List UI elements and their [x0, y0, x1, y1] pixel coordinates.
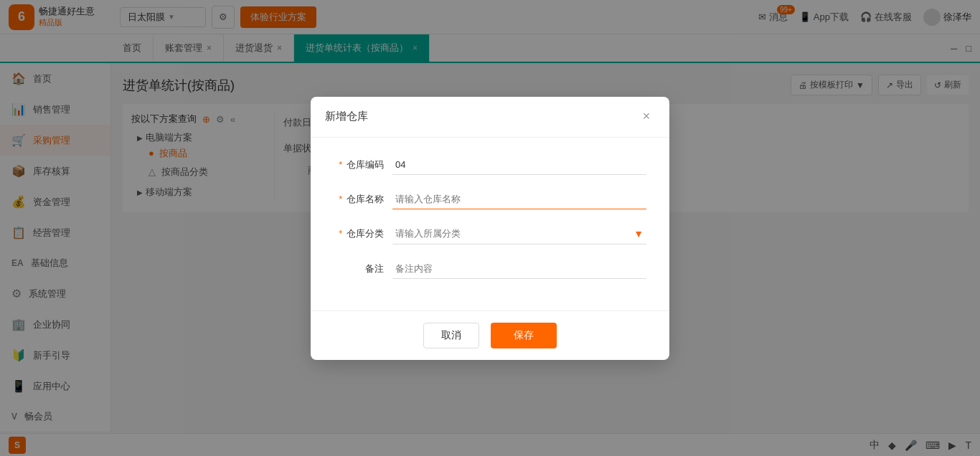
- form-row-code: * 仓库编码: [334, 155, 646, 175]
- remark-input[interactable]: [392, 259, 646, 279]
- warehouse-name-input[interactable]: [392, 189, 646, 209]
- remark-label: 备注: [334, 262, 384, 275]
- modal-body: * 仓库编码 * 仓库名称 * 仓库分类: [311, 138, 669, 310]
- code-label: * 仓库编码: [334, 158, 384, 171]
- cancel-button[interactable]: 取消: [423, 323, 479, 348]
- category-label: * 仓库分类: [334, 227, 384, 240]
- form-row-remark: 备注: [334, 259, 646, 279]
- modal-overlay[interactable]: 新增仓库 × * 仓库编码 * 仓库名称: [0, 0, 980, 456]
- category-select-wrap[interactable]: ▼: [392, 224, 646, 244]
- modal-title: 新增仓库: [325, 110, 368, 123]
- category-dropdown-arrow: ▼: [633, 228, 644, 239]
- required-star-name: *: [339, 194, 342, 204]
- modal-header: 新增仓库 ×: [311, 97, 669, 138]
- form-row-category: * 仓库分类 ▼: [334, 224, 646, 244]
- new-warehouse-modal: 新增仓库 × * 仓库编码 * 仓库名称: [311, 97, 669, 360]
- modal-close-button[interactable]: ×: [638, 108, 655, 125]
- modal-footer: 取消 保存: [311, 310, 669, 360]
- required-star-code: *: [339, 159, 342, 170]
- save-button[interactable]: 保存: [491, 323, 557, 348]
- name-label: * 仓库名称: [334, 193, 384, 206]
- form-row-name: * 仓库名称: [334, 189, 646, 209]
- required-star-category: *: [339, 228, 342, 239]
- category-select-input[interactable]: [395, 228, 633, 239]
- warehouse-code-input[interactable]: [392, 155, 646, 175]
